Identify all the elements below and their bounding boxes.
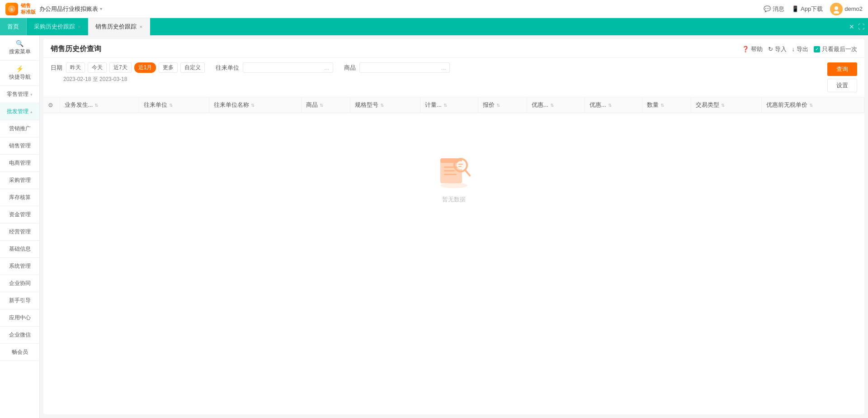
only-last-checkbox[interactable]: ✓ (814, 46, 820, 52)
customer-input[interactable]: ... (243, 62, 333, 73)
sidebar-item-operations[interactable]: 经营管理 (0, 223, 39, 241)
col-discount2[interactable]: 优惠... ⇅ (585, 97, 642, 113)
tab-home[interactable]: 首页 (0, 18, 27, 35)
customer-label: 往来单位 (216, 64, 239, 72)
sidebar-item-guide[interactable]: 新手引导 (0, 292, 39, 309)
sidebar-label-guide: 新手引导 (9, 297, 31, 304)
sidebar-item-sales-mgmt[interactable]: 销售管理 (0, 138, 39, 155)
close-tab-icon[interactable]: ✕ (849, 23, 854, 30)
date-btn-last7days[interactable]: 近7天 (109, 62, 132, 73)
only-last-checkbox-area[interactable]: ✓ 只看最后一次 (814, 45, 857, 53)
sales-history-tab-close[interactable]: × (139, 24, 142, 29)
sidebar-item-member[interactable]: 畅会员 (0, 344, 39, 361)
content-area: 销售历史价查询 ❓ 帮助 ↻ 导入 ↓ 导出 ✓ (40, 35, 868, 418)
svg-rect-14 (458, 166, 462, 167)
top-header: 6 销售 标准版 办公用品行业模拟账表 ▾ 💬 消息 📱 App下载 demo2 (0, 0, 868, 18)
help-button[interactable]: ❓ 帮助 (742, 45, 763, 53)
avatar (830, 3, 843, 15)
sidebar-item-basic-info[interactable]: 基础信息 (0, 241, 39, 258)
col-partner-code[interactable]: 往来单位 ⇅ (139, 97, 209, 113)
date-btn-custom[interactable]: 自定义 (180, 62, 205, 73)
sidebar-item-quick-nav[interactable]: ⚡ 快捷导航 (0, 61, 39, 86)
customer-filter-group: 往来单位 ... (216, 62, 333, 73)
date-btn-last1month[interactable]: 近1月 (134, 62, 156, 73)
sidebar-item-inventory[interactable]: 库存核算 (0, 189, 39, 206)
sidebar-item-retail-mgmt[interactable]: 零售管理 ▾ (0, 86, 39, 103)
sort-icon-trade-type: ⇅ (721, 103, 725, 108)
app-selector[interactable]: 办公用品行业模拟账表 ▾ (39, 5, 102, 13)
maximize-icon[interactable]: ⛶ (858, 23, 864, 30)
product-filter-group: 商品 ... (344, 62, 450, 73)
date-btn-yesterday[interactable]: 昨天 (66, 62, 85, 73)
filter-area: 日期 昨天 今天 近7天 近1月 更多 自定义 2023-02-18 至 202… (43, 58, 864, 97)
col-quote[interactable]: 报价 ⇅ (478, 97, 527, 113)
sidebar-label-finance: 资金管理 (9, 211, 31, 218)
col-quantity[interactable]: 数量 ⇅ (642, 97, 691, 113)
sidebar-item-finance[interactable]: 资金管理 (0, 206, 39, 223)
col-partner-name[interactable]: 往来单位名称 ⇅ (209, 97, 301, 113)
sidebar-item-enterprise-wechat[interactable]: 企业微信 (0, 327, 39, 344)
product-text-input[interactable] (363, 64, 441, 71)
sidebar-label-inventory: 库存核算 (9, 194, 31, 201)
sidebar-item-marketing[interactable]: 营销推广 (0, 120, 39, 138)
user-name: demo2 (844, 5, 863, 12)
col-product[interactable]: 商品 ⇅ (301, 97, 350, 113)
table-settings-icon[interactable]: ⚙ (48, 102, 53, 109)
col-unit[interactable]: 计量... ⇅ (420, 97, 478, 113)
tab-bar-actions: ✕ ⛶ (849, 23, 868, 30)
import-button[interactable]: ↻ 导入 (768, 45, 787, 53)
sidebar-item-app-center[interactable]: 应用中心 (0, 309, 39, 327)
tab-bar: 首页 采购历史价跟踪 × 销售历史价跟踪 × ✕ ⛶ (0, 18, 868, 35)
col-pretax-price[interactable]: 优惠前无税单价 ⇅ (762, 97, 864, 113)
col-settings[interactable]: ⚙ (43, 97, 60, 113)
tab-sales-history[interactable]: 销售历史价跟踪 × (88, 18, 150, 35)
sidebar-item-purchase-mgmt[interactable]: 采购管理 (0, 172, 39, 189)
purchase-history-tab-close[interactable]: × (78, 24, 80, 29)
page-title: 销售历史价查询 (51, 44, 101, 54)
sort-icon-product: ⇅ (320, 103, 323, 108)
sidebar-label-marketing: 营销推广 (9, 125, 31, 133)
app-download-button[interactable]: 📱 App下载 (792, 5, 823, 13)
date-range-text: 2023-02-18 至 2023-03-18 (63, 76, 127, 83)
chevron-up-icon: ▴ (30, 109, 33, 114)
sidebar-item-enterprise[interactable]: 企业协同 (0, 275, 39, 292)
sidebar-item-search-menu[interactable]: 🔍 搜索菜单 (0, 35, 39, 61)
date-btn-more[interactable]: 更多 (159, 62, 178, 73)
user-menu[interactable]: demo2 (830, 3, 863, 15)
nav-icon: ⚡ (16, 65, 24, 72)
date-btn-today[interactable]: 今天 (88, 62, 107, 73)
message-button[interactable]: 💬 消息 (764, 5, 784, 13)
col-discount1[interactable]: 优惠... ⇅ (527, 97, 585, 113)
col-biz-date[interactable]: 业务发生... ⇅ (60, 97, 139, 113)
tab-purchase-history[interactable]: 采购历史价跟踪 × (27, 18, 88, 35)
sidebar-label-operations: 经营管理 (9, 228, 31, 236)
import-icon: ↻ (768, 46, 773, 52)
settings-button[interactable]: 设置 (827, 79, 857, 92)
product-input[interactable]: ... (359, 62, 450, 73)
product-label: 商品 (344, 64, 356, 72)
sidebar-item-wholesale-mgmt[interactable]: 批发管理 ▴ (0, 103, 39, 120)
col-spec[interactable]: 规格型号 ⇅ (350, 97, 420, 113)
download-icon: 📱 (792, 5, 799, 12)
sort-icon-quote: ⇅ (496, 103, 500, 108)
sidebar-label-purchase-mgmt: 采购管理 (9, 176, 31, 184)
export-icon: ↓ (792, 46, 795, 52)
customer-text-input[interactable] (247, 64, 324, 71)
sidebar-label-quick-nav: 快捷导航 (9, 73, 31, 81)
chevron-icon: ▾ (30, 92, 33, 97)
date-filter-row: 日期 昨天 今天 近7天 近1月 更多 自定义 (51, 62, 205, 73)
svg-point-4 (440, 183, 467, 188)
table-header-row: ⚙ 业务发生... ⇅ 往来单位 (43, 97, 864, 113)
sidebar-label-system: 系统管理 (9, 262, 31, 270)
col-trade-type[interactable]: 交易类型 ⇅ (691, 97, 762, 113)
logo-icon: 6 (5, 3, 18, 15)
sort-icon-spec: ⇅ (380, 103, 384, 108)
sort-icon-quantity: ⇅ (660, 103, 664, 108)
customer-dots: ... (325, 64, 330, 71)
sidebar-item-ecommerce[interactable]: 电商管理 (0, 155, 39, 172)
export-button[interactable]: ↓ 导出 (792, 45, 809, 53)
sidebar-item-system[interactable]: 系统管理 (0, 258, 39, 275)
svg-line-12 (465, 170, 470, 176)
sidebar-label-wholesale-mgmt: 批发管理 (7, 108, 28, 115)
query-button[interactable]: 查询 (827, 62, 857, 76)
